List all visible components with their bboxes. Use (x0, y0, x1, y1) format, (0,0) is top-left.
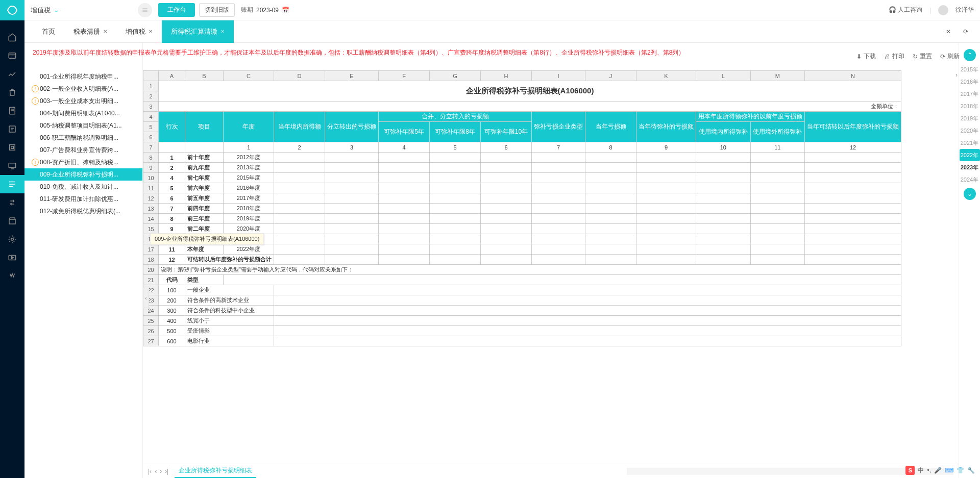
video-icon[interactable] (0, 248, 24, 267)
col-header[interactable]: K (636, 71, 696, 81)
year-2016年[interactable]: 2016年 (960, 76, 980, 88)
stamp-icon[interactable] (0, 138, 24, 157)
card-icon[interactable] (0, 46, 24, 65)
nav-item-11[interactable]: 012-减免所得税优惠明细表(... (24, 205, 142, 217)
tab-close-icon[interactable]: ✕ (220, 29, 225, 34)
nav-item-6[interactable]: 007-广告费和业务宣传费跨... (24, 144, 142, 156)
nav-item-1[interactable]: 002-一般企业收入明细表(A... (24, 83, 142, 95)
avatar[interactable] (938, 5, 948, 15)
nav-item-7[interactable]: 008-资产折旧、摊销及纳税... (24, 156, 142, 168)
col-header[interactable]: E (325, 71, 379, 81)
home-icon[interactable] (0, 28, 24, 46)
username[interactable]: 徐泽华 (955, 6, 974, 14)
expand-sheet-icon[interactable]: › (955, 71, 958, 79)
tax-icon[interactable] (0, 175, 24, 193)
note: 说明：第6列"弥补亏损企业类型"需要手动输入对应代码，代码对应关系如下： (159, 265, 901, 275)
tab-2[interactable]: 增值税✕ (116, 20, 162, 43)
ime-bar: S 中 •, 🎤 ⌨ 👕 🔧 (905, 466, 975, 475)
nav-item-2[interactable]: 003-一般企业成本支出明细... (24, 95, 142, 107)
nav-item-3[interactable]: 004-期间费用明细表(A1040... (24, 107, 142, 119)
chart-icon[interactable] (0, 65, 24, 83)
year-2015年[interactable]: 2015年 (960, 63, 980, 76)
ime-tool-icon[interactable]: 🔧 (967, 467, 975, 474)
ime-punct-icon[interactable]: •, (927, 467, 931, 474)
ime-logo-icon[interactable]: S (905, 466, 915, 475)
nav-item-8[interactable]: 009-企业所得税弥补亏损明... (24, 168, 142, 181)
calendar-icon[interactable]: 📅 (282, 7, 289, 14)
year-scroll-up[interactable]: ⌃ (964, 49, 976, 61)
tab-close-icon[interactable]: ✕ (103, 29, 107, 34)
period-value[interactable]: 2023-09 (256, 7, 279, 14)
tab-0[interactable]: 首页 (33, 20, 64, 43)
col-header[interactable]: I (532, 71, 585, 81)
close-all-icon[interactable]: ✕ (942, 26, 954, 38)
tab-1[interactable]: 税表清册✕ (64, 20, 116, 43)
chevron-down-icon: ⌄ (54, 6, 59, 14)
col-header[interactable]: A (159, 71, 185, 81)
tab-close-icon[interactable]: ✕ (149, 29, 153, 34)
ime-skin-icon[interactable]: 👕 (957, 467, 964, 474)
nav-item-9[interactable]: 010-免税、减计收入及加计... (24, 181, 142, 193)
spreadsheet[interactable]: ABCDEFGHIJKLMN1企业所得税弥补亏损明细表(A106000)23金额… (143, 70, 959, 464)
reset-button[interactable]: ↻ 重置 (913, 52, 932, 61)
workspace-button[interactable]: 工作台 (158, 3, 195, 17)
list-icon[interactable] (138, 3, 152, 17)
invoice-icon[interactable] (0, 120, 24, 138)
ime-mic-icon[interactable]: 🎤 (934, 467, 942, 474)
refresh-button[interactable]: ⟳ 刷新 (940, 52, 960, 61)
year-2017年[interactable]: 2017年 (960, 88, 980, 100)
sheet-last-icon[interactable]: ›| (165, 468, 168, 475)
svg-rect-5 (9, 126, 15, 132)
nav-item-5[interactable]: 006-职工薪酬纳税调整明细... (24, 132, 142, 144)
nav-item-4[interactable]: 005-纳税调整项目明细表(A1... (24, 119, 142, 132)
period-label: 账期 (241, 6, 253, 14)
ime-keyboard-icon[interactable]: ⌨ (945, 467, 953, 474)
nav-item-0[interactable]: 001-企业所得税年度纳税申... (24, 70, 142, 83)
nav-tooltip: 009-企业所得税弥补亏损明细表(A106000) (150, 233, 264, 245)
sheet-first-icon[interactable]: |‹ (148, 468, 152, 475)
year-2021年[interactable]: 2021年 (960, 137, 980, 149)
sheet-tab[interactable]: 企业所得税弥补亏损明细表 (175, 464, 256, 478)
consult-link[interactable]: 🎧 人工咨询 (889, 6, 922, 14)
settings-icon[interactable] (0, 230, 24, 248)
app-logo[interactable] (0, 0, 24, 20)
col-header[interactable]: B (185, 71, 224, 81)
download-button[interactable]: ⬇ 下载 (856, 52, 876, 61)
year-2022年[interactable]: 2022年 (960, 149, 980, 161)
sheet-prev-icon[interactable]: ‹ (155, 468, 157, 475)
col-header[interactable]: N (805, 71, 901, 81)
tab-3[interactable]: 所得税汇算清缴✕ (162, 20, 234, 43)
year-2018年[interactable]: 2018年 (960, 100, 980, 112)
nav-item-10[interactable]: 011-研发费用加计扣除优惠... (24, 193, 142, 205)
col-header[interactable]: G (430, 71, 481, 81)
col-header[interactable]: M (750, 71, 805, 81)
svg-rect-6 (10, 145, 15, 150)
switch-old-button[interactable]: 切到旧版 (199, 3, 235, 17)
year-2024年[interactable]: 2024年 (960, 173, 980, 186)
archive-icon[interactable] (0, 212, 24, 230)
refresh-tabs-icon[interactable]: ⟳ (960, 26, 972, 38)
print-button[interactable]: 🖨 打印 (884, 52, 904, 61)
screen-icon[interactable] (0, 157, 24, 175)
module-dropdown[interactable]: 增值税 ⌄ (31, 6, 133, 15)
collapse-handle[interactable]: ‹ (143, 288, 149, 308)
col-header[interactable]: L (696, 71, 751, 81)
transfer-icon[interactable] (0, 193, 24, 212)
ime-mode[interactable]: 中 (918, 466, 924, 475)
vip-icon[interactable] (0, 267, 24, 285)
col-header[interactable]: D (274, 71, 325, 81)
horizontal-scrollbar[interactable] (627, 468, 953, 475)
sheet-next-icon[interactable]: › (160, 468, 162, 475)
year-panel: ⌃ 2015年2016年2017年2018年2019年2020年2021年202… (959, 43, 980, 478)
year-2019年[interactable]: 2019年 (960, 112, 980, 124)
doc-icon[interactable] (0, 102, 24, 120)
year-2020年[interactable]: 2020年 (960, 124, 980, 137)
col-header[interactable]: J (585, 71, 636, 81)
col-header[interactable]: H (481, 71, 532, 81)
svg-rect-9 (9, 219, 15, 224)
year-2023年[interactable]: 2023年 (960, 161, 980, 173)
bag-icon[interactable] (0, 83, 24, 102)
col-header[interactable]: C (223, 71, 274, 81)
col-header[interactable]: F (379, 71, 430, 81)
year-scroll-down[interactable]: ⌄ (964, 188, 976, 200)
